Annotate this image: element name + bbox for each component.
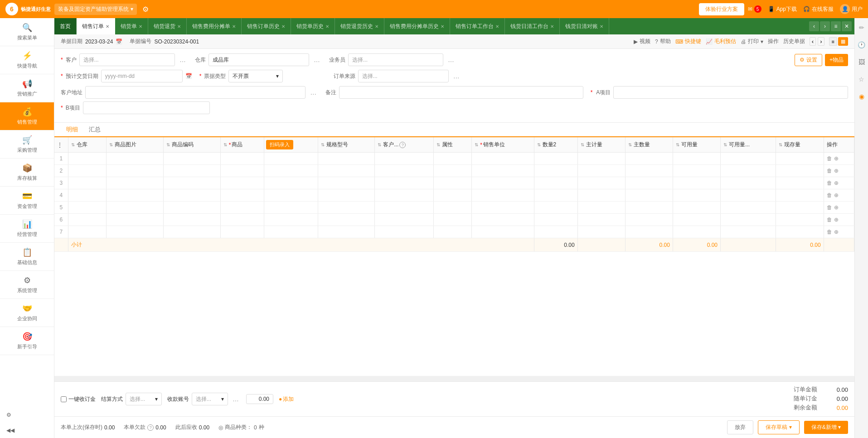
rs-image-icon[interactable]: 🖼 xyxy=(857,57,867,67)
row-cell[interactable] xyxy=(776,226,824,238)
row-cell[interactable] xyxy=(673,153,720,165)
tab-order-workbench[interactable]: 销售订单工作台 ✕ xyxy=(450,18,505,34)
warehouse-input[interactable]: 成品库 xyxy=(209,53,309,66)
row-delete-icon[interactable]: 🗑 xyxy=(827,229,832,235)
tab-close-icon[interactable]: ✕ xyxy=(441,24,444,29)
row-cell[interactable] xyxy=(220,202,264,214)
system-selector[interactable]: 装备及固定资产辅助管理系统 ▾ xyxy=(54,4,137,15)
row-cell[interactable] xyxy=(433,226,471,238)
rs-edit-icon[interactable]: ✏ xyxy=(857,23,867,33)
expected-date-input[interactable]: yyyy-mm-dd xyxy=(101,70,183,82)
tab-close-icon[interactable]: ✕ xyxy=(281,24,285,29)
row-cell[interactable] xyxy=(220,177,264,189)
th-warehouse[interactable]: ⇅ 仓库 xyxy=(68,137,106,153)
th-avail-qty2[interactable]: ⇅ 可用量... xyxy=(721,137,776,153)
sidebar-item-collab[interactable]: 🤝 企业协同 xyxy=(0,299,54,327)
row-cell[interactable] xyxy=(673,177,720,189)
row-cell[interactable] xyxy=(375,177,433,189)
row-cell[interactable] xyxy=(433,202,471,214)
row-cell[interactable] xyxy=(163,214,220,226)
tab-sales-order[interactable]: 销售订单 ✕ xyxy=(77,18,115,34)
row-cell[interactable] xyxy=(106,214,163,226)
scan-input-btn[interactable]: 扫码录入 xyxy=(266,140,293,149)
th-qty2[interactable]: ⇅ 数量2 xyxy=(534,137,577,153)
row-copy-icon[interactable]: ⊕ xyxy=(834,168,839,174)
row-cell[interactable] xyxy=(318,214,375,226)
customer-more-btn[interactable]: … xyxy=(178,56,188,63)
row-cell[interactable] xyxy=(534,214,577,226)
row-cell[interactable] xyxy=(318,153,375,165)
row-cell[interactable] xyxy=(673,226,720,238)
sidebar-item-sales[interactable]: 💰 销售管理 xyxy=(0,102,54,130)
row-cell[interactable] xyxy=(318,226,375,238)
calendar-icon[interactable]: 📅 xyxy=(116,39,122,45)
sidebar-item-quicknav[interactable]: ⚡ 快捷导航 xyxy=(0,46,54,74)
tab-sales-note-history[interactable]: 销货单历史 ✕ xyxy=(291,18,335,34)
th-avail-qty[interactable]: ⇅ 可用量 xyxy=(673,137,720,153)
row-cell[interactable] xyxy=(68,153,106,165)
account-select[interactable]: 选择... ▾ xyxy=(192,393,228,405)
row-cell[interactable] xyxy=(163,153,220,165)
row-copy-icon[interactable]: ⊕ xyxy=(834,155,839,162)
row-cell[interactable] xyxy=(534,165,577,177)
rs-orange-icon[interactable]: ◉ xyxy=(857,91,867,101)
row-cell[interactable] xyxy=(106,177,163,189)
row-cell[interactable] xyxy=(625,226,673,238)
row-cell[interactable] xyxy=(472,177,534,189)
row-cell[interactable] xyxy=(721,177,776,189)
row-cell[interactable] xyxy=(318,177,375,189)
staff-more-btn[interactable]: … xyxy=(446,56,456,63)
note-input[interactable] xyxy=(339,86,583,99)
invoice-type-select[interactable]: 不开票 ▾ xyxy=(228,70,283,82)
row-cell[interactable] xyxy=(163,189,220,202)
row-cell[interactable] xyxy=(220,214,264,226)
layout-list-btn[interactable]: ≡ xyxy=(829,37,837,46)
th-spec[interactable]: ⇅ 规格型号 xyxy=(318,137,375,153)
row-cell[interactable] xyxy=(264,189,318,202)
row-cell[interactable] xyxy=(673,214,720,226)
tab-next-button[interactable]: › xyxy=(820,21,830,31)
tab-expense-history[interactable]: 销售费用分摊单历史 ✕ xyxy=(384,18,450,34)
row-cell[interactable] xyxy=(534,177,577,189)
debt-info-icon[interactable]: ? xyxy=(147,424,154,431)
row-cell[interactable] xyxy=(577,153,625,165)
tab-sales-return-history[interactable]: 销货退货历史 ✕ xyxy=(335,18,384,34)
row-cell[interactable] xyxy=(68,202,106,214)
row-cell[interactable] xyxy=(68,214,106,226)
sidebar-item-operations[interactable]: 📊 经营管理 xyxy=(0,215,54,243)
row-cell[interactable] xyxy=(673,165,720,177)
th-main-unit[interactable]: ⇅ 主计量 xyxy=(577,137,625,153)
row-cell[interactable] xyxy=(625,189,673,202)
row-delete-icon[interactable]: 🗑 xyxy=(827,192,832,198)
row-cell[interactable] xyxy=(721,153,776,165)
row-cell[interactable] xyxy=(472,189,534,202)
shortcut-btn[interactable]: ⌨ 快捷键 xyxy=(675,38,701,45)
tab-cash-reconcile[interactable]: 钱货日清对账 ✕ xyxy=(560,18,609,34)
row-cell[interactable] xyxy=(163,165,220,177)
tab-close-icon[interactable]: ✕ xyxy=(375,24,378,29)
row-cell[interactable] xyxy=(776,153,824,165)
row-cell[interactable] xyxy=(106,153,163,165)
row-cell[interactable] xyxy=(625,153,673,165)
row-cell[interactable] xyxy=(433,165,471,177)
row-cell[interactable] xyxy=(433,177,471,189)
row-copy-icon[interactable]: ⊕ xyxy=(834,192,839,198)
row-cell[interactable] xyxy=(534,189,577,202)
sidebar-item-basic-info[interactable]: 📋 基础信息 xyxy=(0,243,54,271)
tab-close-icon[interactable]: ✕ xyxy=(232,24,236,29)
history-next-btn[interactable]: › xyxy=(818,37,824,46)
tab-close-icon[interactable]: ✕ xyxy=(177,24,181,29)
row-cell[interactable] xyxy=(433,153,471,165)
row-cell[interactable] xyxy=(68,226,106,238)
row-cell[interactable] xyxy=(577,202,625,214)
row-cell[interactable] xyxy=(375,153,433,165)
row-delete-icon[interactable]: 🗑 xyxy=(827,168,832,174)
row-cell[interactable] xyxy=(375,226,433,238)
tab-prev-button[interactable]: ‹ xyxy=(809,21,819,31)
row-cell[interactable] xyxy=(318,202,375,214)
row-copy-icon[interactable]: ⊕ xyxy=(834,229,839,235)
tab-sales-return[interactable]: 销货退货 ✕ xyxy=(148,18,187,34)
th-sales-unit[interactable]: ⇅ * 销售单位 xyxy=(472,137,534,153)
row-cell[interactable] xyxy=(318,189,375,202)
row-cell[interactable] xyxy=(534,226,577,238)
